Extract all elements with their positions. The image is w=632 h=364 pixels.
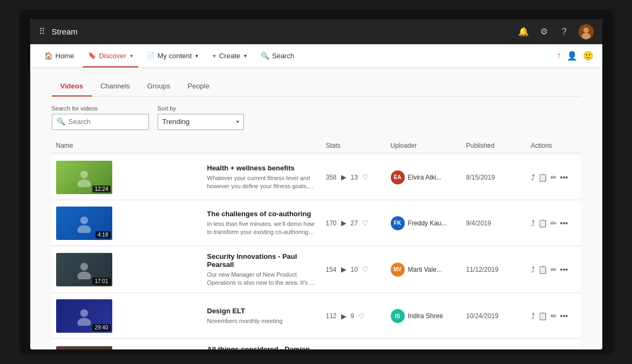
search-small-icon: 🔍	[57, 118, 65, 126]
stats-cell: 112 ▶ 9 ♡	[322, 312, 386, 320]
play-icon: ▶	[341, 265, 346, 273]
edit-icon[interactable]: ✏	[551, 265, 557, 274]
nav-emoji-icon[interactable]: 🙂	[583, 51, 594, 61]
nav-upload-icon[interactable]: ↑	[557, 51, 561, 60]
actions-cell: ⤴ 📋 ✏ •••	[527, 265, 581, 274]
video-thumbnail[interactable]: 12:24	[56, 161, 112, 194]
copy-icon[interactable]: 📋	[538, 265, 547, 274]
video-title[interactable]: Design ELT	[207, 307, 317, 315]
video-title[interactable]: All things considered - Damien Mundy	[207, 345, 317, 349]
video-title[interactable]: Health + wellness benefits	[207, 164, 317, 172]
video-thumbnail[interactable]: 17:01	[56, 253, 112, 286]
uploader-avatar: FK	[391, 216, 405, 230]
svg-point-10	[77, 318, 91, 326]
table-row: 29:40 Design ELT Novembers monthly meeti…	[52, 294, 581, 339]
help-icon[interactable]: ?	[558, 25, 571, 38]
uploader-name[interactable]: Indira Shree	[408, 312, 443, 320]
published-date: 8/15/2019	[462, 174, 527, 181]
uploader-avatar: IS	[391, 309, 405, 323]
more-icon[interactable]: •••	[560, 173, 568, 182]
video-title[interactable]: Security Innovations - Paul Pearsall	[207, 252, 317, 269]
uploader-name[interactable]: Marti Vale...	[408, 266, 442, 273]
sort-dropdown[interactable]: Trending ▾	[158, 114, 244, 130]
video-thumbnail[interactable]: 4:18	[56, 207, 112, 240]
share-icon[interactable]: ⤴	[531, 173, 535, 182]
app-grid-icon[interactable]: ⠿	[39, 26, 45, 37]
view-count: 358	[326, 174, 337, 181]
create-chevron: ▾	[244, 53, 247, 59]
uploader-cell: MV Marti Vale...	[386, 263, 462, 277]
like-count: 10	[351, 266, 358, 273]
header-published: Published	[462, 142, 527, 149]
play-icon: ▶	[341, 312, 346, 320]
sort-chevron-icon: ▾	[236, 119, 239, 125]
discover-chevron: ▾	[130, 53, 133, 59]
laptop-frame: ⠿ Stream 🔔 ⚙ ? 🏠 Home	[19, 10, 613, 355]
nav-search[interactable]: 🔍 Search	[255, 44, 300, 67]
uploader-name[interactable]: Elvira Atki...	[408, 174, 442, 181]
table-row: 17:01 Security Innovations - Paul Pearsa…	[52, 247, 581, 293]
svg-point-1	[583, 28, 589, 33]
published-date: 9/4/2019	[462, 219, 527, 227]
copy-icon[interactable]: 📋	[538, 312, 547, 320]
svg-point-7	[80, 263, 87, 270]
more-icon[interactable]: •••	[560, 219, 568, 228]
actions-cell: ⤴ 📋 ✏ •••	[527, 219, 581, 228]
video-thumb-cell: 44:37	[52, 346, 203, 349]
stats-cell: 358 ▶ 13 ♡	[322, 173, 386, 181]
discover-icon: 🔖	[88, 52, 96, 59]
edit-icon[interactable]: ✏	[551, 312, 557, 320]
video-duration: 12:24	[92, 186, 110, 193]
search-input-wrapper[interactable]: 🔍	[52, 114, 149, 130]
svg-point-3	[80, 170, 87, 178]
sort-group: Sort by Trending ▾	[158, 105, 244, 130]
nav-right-icons: ↑ 👤 🙂	[557, 51, 594, 61]
tab-groups[interactable]: Groups	[139, 77, 179, 97]
heart-icon: ♡	[362, 265, 369, 273]
play-icon: ▶	[341, 219, 346, 227]
nav-create[interactable]: + Create ▾	[207, 44, 252, 67]
table-row: 12:24 Health + wellness benefits Whateve…	[52, 155, 581, 200]
copy-icon[interactable]: 📋	[538, 219, 547, 228]
video-thumbnail[interactable]: 29:40	[56, 299, 112, 333]
like-count: 13	[351, 174, 358, 181]
search-input[interactable]	[69, 118, 144, 126]
create-plus-icon: +	[212, 52, 216, 60]
published-date: 11/12/2019	[462, 266, 527, 273]
nav-mycontent[interactable]: 📄 My content ▾	[141, 44, 204, 67]
user-avatar[interactable]	[579, 24, 594, 39]
nav-home[interactable]: 🏠 Home	[39, 44, 80, 67]
search-icon: 🔍	[261, 52, 269, 60]
video-thumb-cell: 4:18	[52, 207, 203, 240]
video-duration: 4:18	[96, 231, 110, 238]
actions-cell: ⤴ 📋 ✏ •••	[527, 173, 581, 182]
video-thumb-cell: 29:40	[52, 299, 203, 333]
more-icon[interactable]: •••	[560, 312, 568, 320]
edit-icon[interactable]: ✏	[551, 219, 557, 228]
share-icon[interactable]: ⤴	[531, 312, 535, 320]
video-description: Novembers monthly meeting	[207, 317, 317, 325]
uploader-name[interactable]: Freddy Kau...	[408, 219, 447, 227]
video-thumbnail[interactable]: 44:37	[56, 346, 112, 349]
tab-videos[interactable]: Videos	[52, 77, 92, 97]
more-icon[interactable]: •••	[560, 265, 568, 274]
nav-person-icon[interactable]: 👤	[567, 51, 577, 61]
tab-people[interactable]: People	[179, 77, 218, 97]
tab-channels[interactable]: Channels	[92, 77, 139, 97]
video-title[interactable]: The challenges of co-authoring	[207, 210, 317, 218]
table-row: 4:18 The challenges of co-authoring In l…	[52, 201, 581, 246]
settings-icon[interactable]: ⚙	[538, 25, 551, 38]
edit-icon[interactable]: ✏	[551, 173, 557, 182]
nav-discover[interactable]: 🔖 Discover ▾	[83, 44, 138, 67]
video-duration: 29:40	[92, 324, 110, 331]
notification-icon[interactable]: 🔔	[517, 25, 530, 38]
uploader-avatar: MV	[391, 263, 405, 277]
share-icon[interactable]: ⤴	[531, 265, 535, 274]
share-icon[interactable]: ⤴	[531, 219, 535, 228]
video-info-cell: All things considered - Damien Mundy Our…	[203, 345, 322, 349]
svg-point-5	[80, 216, 87, 224]
video-description: In less than five minutes, we'll demo ho…	[207, 220, 317, 237]
view-count: 112	[326, 312, 337, 320]
video-duration: 17:01	[92, 278, 110, 285]
copy-icon[interactable]: 📋	[538, 173, 547, 182]
